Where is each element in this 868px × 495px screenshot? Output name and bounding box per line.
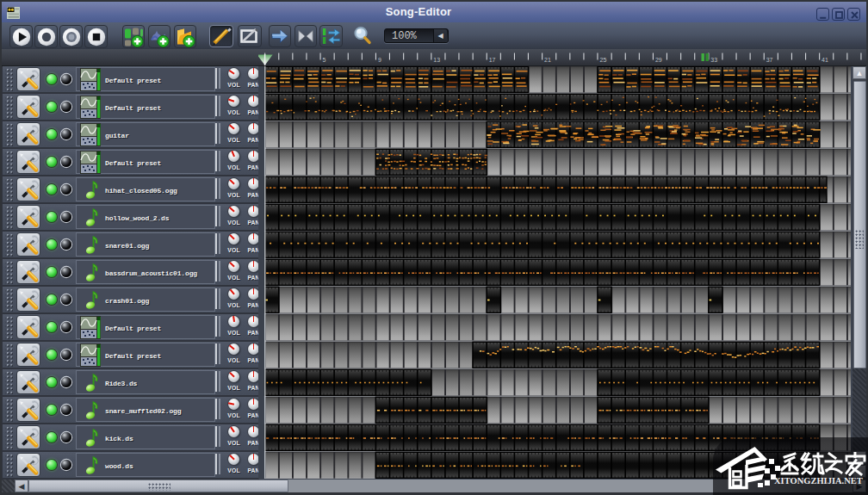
svg-text:25: 25 [600, 57, 607, 63]
svg-text:37: 37 [766, 57, 773, 63]
svg-text:41: 41 [822, 57, 828, 63]
svg-text:5: 5 [323, 57, 326, 63]
svg-text:33: 33 [710, 57, 717, 63]
svg-text:21: 21 [544, 57, 551, 63]
svg-text:29: 29 [655, 57, 662, 63]
svg-text:17: 17 [489, 57, 496, 63]
svg-text:13: 13 [433, 57, 440, 63]
svg-text:9: 9 [378, 57, 381, 63]
